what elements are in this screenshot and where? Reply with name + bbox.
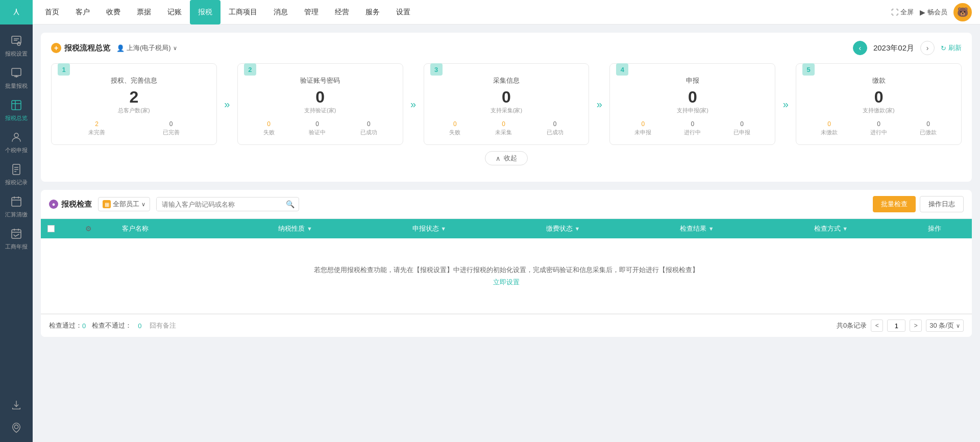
prev-month-button[interactable]: ‹ — [853, 41, 867, 55]
app-logo[interactable] — [0, 0, 33, 24]
nav-management[interactable]: 管理 — [296, 0, 327, 24]
step-4-stat-1: 0 进行中 — [684, 120, 701, 136]
search-input[interactable] — [157, 198, 282, 211]
search-button[interactable]: 🔍 — [282, 198, 299, 211]
table-header-pay-status[interactable]: 缴费状态 ▼ — [496, 219, 630, 238]
table-header-tax-nature[interactable]: 纳税性质 ▼ — [228, 219, 362, 238]
play-icon: ▶ — [920, 8, 925, 16]
tax-settings-icon — [9, 34, 23, 48]
step-card-4: 4 申报 0 支持申报(家) 0 未申报 0 进行中 0 已申报 — [609, 63, 775, 145]
step-num-3: 3 — [430, 63, 443, 76]
step-3-stats: 0 失败 0 未采集 0 已成功 — [432, 120, 581, 136]
step-5-stat-1: 0 进行中 — [870, 120, 887, 136]
dropdown-chevron-icon: ∨ — [141, 201, 145, 208]
nav-invoice[interactable]: 票据 — [129, 0, 159, 24]
svg-point-12 — [14, 133, 18, 137]
main-content: + 报税流程总览 👤 上海(电子税局) ∨ ‹ 2023年02月 › ↻ 刷新 … — [33, 24, 980, 442]
sidebar-item-download[interactable] — [0, 393, 33, 415]
batch-check-button[interactable]: 批量检查 — [873, 196, 916, 212]
select-all-checkbox[interactable] — [47, 225, 55, 232]
setup-link[interactable]: 立即设置 — [493, 278, 520, 286]
collapse-button[interactable]: ∧ 收起 — [485, 151, 528, 165]
refresh-icon: ↻ — [941, 44, 946, 52]
refresh-button[interactable]: ↻ 刷新 — [941, 43, 962, 53]
tax-records-icon — [9, 162, 23, 177]
nav-accounting[interactable]: 记账 — [159, 0, 190, 24]
table-header-check-result[interactable]: 检查结果 ▼ — [630, 219, 764, 238]
step-2-stats: 0 失败 0 验证中 0 已成功 — [246, 120, 395, 136]
nav-business[interactable]: 工商项目 — [220, 0, 265, 24]
nav-settings[interactable]: 设置 — [388, 0, 419, 24]
nav-fee[interactable]: 收费 — [98, 0, 129, 24]
declare-status-filter-icon[interactable]: ▼ — [440, 226, 446, 232]
tax-nature-filter-icon[interactable]: ▼ — [307, 226, 312, 232]
sidebar-item-location[interactable] — [0, 415, 33, 438]
vip-button[interactable]: ▶ 畅会员 — [920, 8, 947, 17]
sidebar-item-batch-tax[interactable]: 批量报税 — [0, 61, 33, 93]
table-header-check-method[interactable]: 检查方式 ▼ — [764, 219, 898, 238]
arrow-3-4: » — [589, 63, 609, 145]
sidebar-item-tax-settings[interactable]: 报税设置 — [0, 29, 33, 61]
gear-icon[interactable]: ⚙ — [85, 225, 92, 233]
operation-log-button[interactable]: 操作日志 — [920, 196, 964, 212]
table-header-checkbox[interactable] — [41, 219, 61, 238]
table-footer: 检查通过： 0 检查不通过： 0 囧有备注 共0条记录 < > 30 条/页 ∨ — [41, 314, 972, 337]
user-avatar[interactable]: 🐻 — [953, 3, 972, 21]
step-3-stat-0: 0 失败 — [449, 120, 460, 136]
annual-report-icon — [9, 227, 23, 241]
prev-page-button[interactable]: < — [871, 320, 883, 332]
next-page-button[interactable]: > — [910, 320, 922, 332]
empty-row: 若您想使用报税检查功能，请先在【报税设置】中进行报税的初始化设置，完成密码验证和… — [41, 238, 972, 313]
nav-customer[interactable]: 客户 — [67, 0, 98, 24]
step-num-5: 5 — [802, 63, 815, 76]
table-wrapper[interactable]: ⚙ 客户名称 纳税性质 ▼ 申报状态 ▼ — [41, 219, 972, 314]
page-input[interactable] — [887, 320, 905, 332]
search-box: 🔍 — [156, 197, 299, 211]
sidebar-item-tax-overview[interactable]: 报税总览 — [0, 93, 33, 125]
search-icon: 🔍 — [286, 200, 295, 208]
check-actions: 批量检查 操作日志 — [873, 196, 964, 212]
settlement-icon — [9, 194, 23, 209]
employee-filter[interactable]: ▦ 全部员工 ∨ — [98, 197, 150, 211]
check-card: ● 报税检查 ▦ 全部员工 ∨ 🔍 批量检查 操作日志 — [41, 190, 972, 337]
pass-count-link[interactable]: 0 — [82, 322, 86, 330]
sidebar-item-tax-records[interactable]: 报税记录 — [0, 157, 33, 189]
sidebar-item-settlement[interactable]: 汇算清缴 — [0, 189, 33, 222]
double-arrow-icon-4: » — [783, 99, 789, 110]
step-1-stat-0: 2 未完善 — [88, 120, 105, 136]
sidebar-item-personal-tax[interactable]: 个税申报 — [0, 125, 33, 157]
check-method-filter-icon[interactable]: ▼ — [842, 226, 848, 232]
empty-state: 若您想使用报税检查功能，请先在【报税设置】中进行报税的初始化设置，完成密码验证和… — [47, 243, 966, 308]
next-month-button[interactable]: › — [920, 41, 935, 55]
fail-count-link[interactable]: 0 — [138, 322, 141, 330]
location-icon — [9, 421, 23, 435]
nav-home[interactable]: 首页 — [37, 0, 67, 24]
overview-title-icon: + — [51, 43, 61, 53]
step-3-stat-1: 0 未采集 — [495, 120, 512, 136]
collapse-row: ∧ 收起 — [51, 151, 962, 165]
nav-message[interactable]: 消息 — [265, 0, 296, 24]
svg-point-4 — [17, 42, 20, 45]
pay-status-filter-icon[interactable]: ▼ — [575, 226, 580, 232]
per-page-chevron-icon: ∨ — [956, 323, 960, 329]
table-header-declare-status[interactable]: 申报状态 ▼ — [362, 219, 496, 238]
double-arrow-icon: » — [224, 99, 230, 110]
collapse-up-icon: ∧ — [496, 155, 501, 162]
per-page-select[interactable]: 30 条/页 ∨ — [926, 320, 964, 332]
nav-tax[interactable]: 报税 — [190, 0, 220, 24]
check-title-icon: ● — [49, 200, 58, 209]
sidebar-item-annual-report[interactable]: 工商年报 — [0, 222, 33, 254]
step-4-stats: 0 未申报 0 进行中 0 已申报 — [618, 120, 767, 136]
step-num-1: 1 — [58, 63, 70, 76]
step-1-stat-1: 0 已完善 — [163, 120, 180, 136]
step-4-stat-0: 0 未申报 — [634, 120, 651, 136]
location-badge[interactable]: 👤 上海(电子税局) ∨ — [116, 43, 177, 53]
nav-service[interactable]: 服务 — [357, 0, 388, 24]
svg-rect-17 — [12, 198, 21, 206]
step-2-stat-2: 0 已成功 — [360, 120, 377, 136]
table-header-gear[interactable]: ⚙ — [61, 219, 116, 238]
check-result-filter-icon[interactable]: ▼ — [708, 226, 714, 232]
fullscreen-button[interactable]: ⛶ 全屏 — [891, 8, 914, 17]
nav-business-mgmt[interactable]: 经营 — [327, 0, 357, 24]
step-card-1: 1 授权、完善信息 2 总客户数(家) 2 未完善 0 已完善 — [51, 63, 217, 145]
